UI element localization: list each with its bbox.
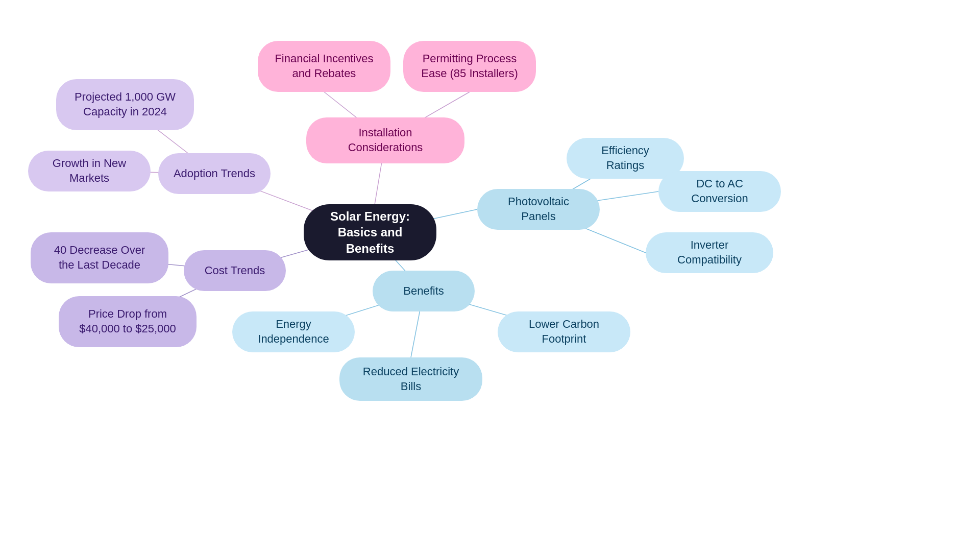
growth-new-markets-label: Growth in New Markets	[42, 156, 136, 185]
benefits-label: Benefits	[403, 284, 444, 299]
lower-carbon-footprint-label: Lower Carbon Footprint	[512, 317, 616, 346]
cost-trends-node: Cost Trends	[184, 250, 286, 291]
cost-trends-label: Cost Trends	[205, 263, 265, 278]
permitting-process-label: Permitting Process Ease (85 Installers)	[418, 52, 522, 81]
adoption-trends-node: Adoption Trends	[158, 153, 271, 194]
inverter-compatibility-node: Inverter Compatibility	[646, 232, 773, 273]
financial-incentives-node: Financial Incentives and Rebates	[258, 41, 390, 92]
reduced-electricity-bills-node: Reduced Electricity Bills	[339, 357, 482, 401]
installation-considerations-label: Installation Considerations	[321, 126, 450, 155]
decrease-last-decade-label: 40 Decrease Over the Last Decade	[45, 243, 154, 272]
inverter-compatibility-label: Inverter Compatibility	[660, 238, 759, 267]
price-drop-node: Price Drop from $40,000 to $25,000	[59, 296, 197, 347]
financial-incentives-label: Financial Incentives and Rebates	[272, 52, 376, 81]
lower-carbon-footprint-node: Lower Carbon Footprint	[498, 311, 630, 352]
decrease-last-decade-node: 40 Decrease Over the Last Decade	[31, 232, 168, 283]
dc-to-ac-node: DC to AC Conversion	[658, 171, 781, 212]
adoption-trends-label: Adoption Trends	[174, 166, 255, 181]
reduced-electricity-bills-label: Reduced Electricity Bills	[354, 365, 468, 394]
dc-to-ac-label: DC to AC Conversion	[673, 177, 767, 206]
growth-new-markets-node: Growth in New Markets	[28, 151, 151, 191]
center-node: Solar Energy: Basics and Benefits	[304, 204, 436, 260]
benefits-node: Benefits	[373, 271, 475, 311]
photovoltaic-panels-label: Photovoltaic Panels	[492, 195, 585, 224]
efficiency-ratings-label: Efficiency Ratings	[581, 143, 670, 173]
efficiency-ratings-node: Efficiency Ratings	[567, 138, 684, 179]
price-drop-label: Price Drop from $40,000 to $25,000	[73, 307, 182, 336]
energy-independence-node: Energy Independence	[232, 311, 355, 352]
installation-considerations-node: Installation Considerations	[306, 117, 464, 163]
projected-capacity-label: Projected 1,000 GW Capacity in 2024	[70, 90, 180, 119]
center-label: Solar Energy: Basics and Benefits	[318, 208, 422, 256]
projected-capacity-node: Projected 1,000 GW Capacity in 2024	[56, 79, 194, 130]
photovoltaic-panels-node: Photovoltaic Panels	[477, 189, 600, 230]
energy-independence-label: Energy Independence	[247, 317, 340, 346]
permitting-process-node: Permitting Process Ease (85 Installers)	[403, 41, 536, 92]
